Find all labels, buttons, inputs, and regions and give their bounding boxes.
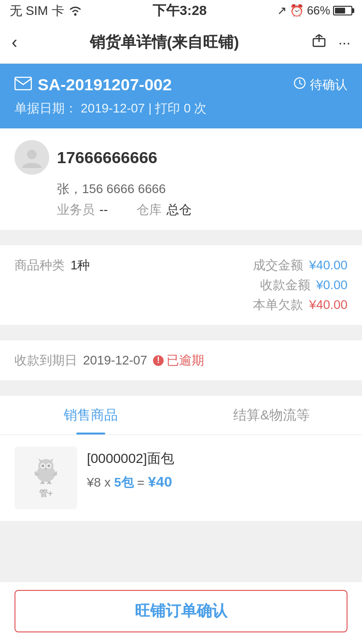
nav-bar: ‹ 销货单详情(来自旺铺) ··· bbox=[0, 21, 362, 64]
battery-icon bbox=[333, 6, 352, 15]
due-section: 收款到期日 2019-12-07 ! 已逾期 bbox=[0, 340, 362, 380]
warehouse-label: 仓库 bbox=[137, 201, 162, 218]
amount-label-1: 收款金额 bbox=[260, 277, 310, 294]
section-divider-1 bbox=[0, 238, 362, 245]
amount-label-0: 成交金额 bbox=[253, 257, 303, 274]
section-divider-3 bbox=[0, 388, 362, 396]
customer-name: 张，156 6666 6666 bbox=[57, 181, 348, 197]
confirm-button[interactable]: 旺铺订单确认 bbox=[14, 590, 348, 632]
product-section: 管+ [0000002]面包 ¥8 x 5包 = ¥40 bbox=[0, 435, 362, 521]
product-price: ¥8 x 5包 = ¥40 bbox=[87, 474, 348, 491]
order-id: SA-20191207-002 bbox=[14, 75, 172, 94]
amount-label-2: 本单欠款 bbox=[253, 296, 303, 313]
battery-percent: 66% bbox=[307, 4, 330, 17]
bottom-bar: 旺铺订单确认 bbox=[0, 582, 362, 644]
svg-rect-2 bbox=[15, 77, 31, 90]
customer-phone: 17666666666 bbox=[57, 148, 157, 167]
product-item: 管+ [0000002]面包 ¥8 x 5包 = ¥40 bbox=[14, 447, 348, 509]
status-left: 无 SIM 卡 bbox=[10, 2, 83, 19]
tab-sales-goods[interactable]: 销售商品 bbox=[0, 396, 181, 434]
svg-point-0 bbox=[74, 14, 76, 16]
customer-section: 17666666666 张，156 6666 6666 业务员 -- 仓库 总仓 bbox=[0, 128, 362, 230]
category-value: 1种 bbox=[70, 257, 90, 274]
customer-meta: 业务员 -- 仓库 总仓 bbox=[57, 201, 348, 218]
avatar bbox=[14, 140, 49, 175]
product-image: 管+ bbox=[14, 447, 77, 509]
category-label: 商品种类 bbox=[14, 257, 65, 274]
tabs-row: 销售商品 结算&物流等 bbox=[0, 396, 362, 435]
status-text: 待确认 bbox=[310, 76, 348, 93]
alarm-icon: ⏰ bbox=[290, 4, 304, 17]
wifi-icon bbox=[68, 5, 83, 16]
tabs-section: 销售商品 结算&物流等 bbox=[0, 396, 362, 521]
nav-actions: ··· bbox=[311, 33, 350, 52]
svg-point-10 bbox=[47, 464, 50, 467]
back-button[interactable]: ‹ bbox=[12, 32, 17, 53]
salesperson-label: 业务员 bbox=[57, 201, 95, 218]
share-icon[interactable] bbox=[311, 33, 327, 52]
product-info: [0000002]面包 ¥8 x 5包 = ¥40 bbox=[87, 447, 348, 491]
order-status: 待确认 bbox=[293, 76, 348, 93]
page-title: 销货单详情(来自旺铺) bbox=[90, 32, 239, 53]
more-icon[interactable]: ··· bbox=[338, 34, 350, 51]
due-label: 收款到期日 bbox=[14, 352, 77, 369]
section-divider-2 bbox=[0, 333, 362, 340]
amount-value-0: ¥40.00 bbox=[309, 258, 348, 273]
due-date: 2019-12-07 bbox=[83, 353, 147, 368]
overdue-icon: ! bbox=[153, 355, 164, 366]
carrier-text: 无 SIM 卡 bbox=[10, 2, 64, 19]
product-quantity: 5包 bbox=[114, 475, 137, 490]
location-icon: ↗ bbox=[277, 4, 287, 17]
salesperson-value: -- bbox=[99, 202, 108, 217]
summary-section: 商品种类 1种 成交金额 ¥40.00 收款金额 ¥0.00 本单欠款 ¥40.… bbox=[0, 245, 362, 325]
product-owl-logo: 管+ bbox=[29, 457, 63, 499]
clock-icon bbox=[293, 77, 306, 93]
product-total: ¥40 bbox=[148, 474, 172, 490]
overdue-badge: ! 已逾期 bbox=[153, 352, 204, 369]
order-envelope-icon bbox=[14, 75, 32, 94]
summary-amounts: 成交金额 ¥40.00 收款金额 ¥0.00 本单欠款 ¥40.00 bbox=[253, 257, 348, 313]
overdue-text: 已逾期 bbox=[167, 352, 204, 369]
warehouse-value: 总仓 bbox=[167, 201, 192, 218]
status-time: 下午3:28 bbox=[153, 1, 207, 20]
amount-value-1: ¥0.00 bbox=[316, 278, 348, 293]
product-name: [0000002]面包 bbox=[87, 449, 348, 468]
order-date: 单据日期： 2019-12-07 | 打印 0 次 bbox=[14, 100, 348, 117]
svg-point-4 bbox=[27, 150, 37, 159]
amount-value-2: ¥40.00 bbox=[309, 297, 348, 312]
order-header: SA-20191207-002 待确认 单据日期： 2019-12-07 | 打… bbox=[0, 64, 362, 128]
tab-settlement[interactable]: 结算&物流等 bbox=[181, 396, 362, 434]
status-right: ↗ ⏰ 66% bbox=[277, 4, 352, 17]
svg-point-9 bbox=[42, 464, 44, 467]
product-brand-label: 管+ bbox=[39, 488, 53, 499]
status-bar: 无 SIM 卡 下午3:28 ↗ ⏰ 66% bbox=[0, 0, 362, 21]
